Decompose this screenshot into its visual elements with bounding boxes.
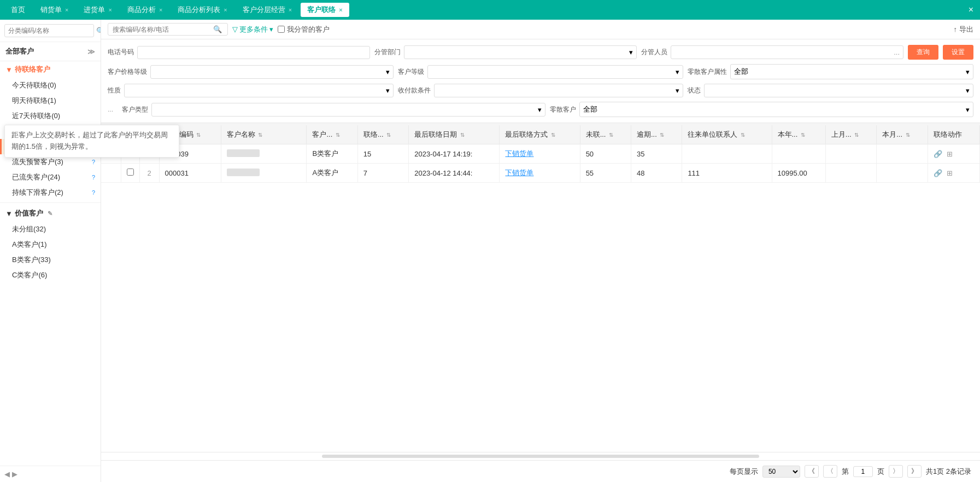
nav-item-analysis-list[interactable]: 商品分析列表 × [171,3,233,17]
customer-table: ⚙ # 客户编码 ⇅ 客户名称 ⇅ [101,125,980,183]
sidebar-search-icon[interactable]: 🔍 [96,27,101,35]
td-contact-count-2: 7 [357,164,408,183]
payment-select[interactable]: ▾ [434,84,684,97]
sort-contacts-icon[interactable]: ⇅ [741,132,745,138]
sidebar-search-input[interactable] [4,24,94,37]
last-method-link-2[interactable]: 下销货单 [505,169,533,177]
th-this-month[interactable]: 本月... ⇅ [877,125,928,144]
search-input[interactable] [113,26,211,33]
nav-item-purchase[interactable]: 进货单 × [77,3,118,17]
retail-customer-chevron-icon: ▾ [966,106,970,114]
action-menu-icon-2[interactable]: ⊞ [947,169,953,177]
action-link-icon-1[interactable]: 🔗 [934,150,942,158]
next-page-button[interactable]: 〉 [889,465,903,478]
sidebar-item-declining[interactable]: 持续下滑客户(2) ? [0,185,101,200]
sidebar-item-7days-pending[interactable]: 近7天待联络(0) [0,108,101,124]
nav-close-sales[interactable]: × [65,7,68,13]
nav-close-purchase[interactable]: × [108,7,112,13]
sort-uncontacted-icon[interactable]: ⇅ [609,132,613,138]
nav-close-customer-contact[interactable]: × [339,7,342,13]
sort-this-month-icon[interactable]: ⇅ [906,132,910,138]
nav-item-customer-contact[interactable]: 客户联络 × [301,3,349,17]
horizontal-scrollbar[interactable] [322,455,759,458]
export-button[interactable]: ↑ 导出 [954,25,974,34]
sidebar-item-c-class[interactable]: C类客户(6) [0,268,101,283]
th-contact-count[interactable]: 联络... ⇅ [357,125,408,144]
sort-overdue-icon[interactable]: ⇅ [660,132,664,138]
th-last-contact-method[interactable]: 最后联络方式 ⇅ [500,125,580,144]
last-page-button[interactable]: 》 [907,465,922,478]
sort-contact-count-icon[interactable]: ⇅ [386,132,391,138]
th-last-contact-date[interactable]: 最后联络日期 ⇅ [409,125,500,144]
phone-input[interactable] [137,46,370,59]
declining-help-icon[interactable]: ? [92,189,95,196]
sort-last-month-icon[interactable]: ⇅ [854,132,859,138]
nav-close-analysis[interactable]: × [159,7,162,13]
sort-grade-icon[interactable]: ⇅ [336,132,340,138]
first-page-button[interactable]: 《 [805,465,819,478]
dept-select[interactable]: ▾ [404,45,637,59]
sidebar-item-ungroup[interactable]: 未分组(32) [0,222,101,237]
settings-button[interactable]: 设置 [943,45,973,60]
nav-label-analysis: 商品分析 [127,5,156,15]
th-uncontacted[interactable]: 未联... ⇅ [580,125,631,144]
sort-last-method-icon[interactable]: ⇅ [551,132,555,138]
retail-attr-select[interactable]: 全部 ▾ [730,64,973,79]
manager-select[interactable]: ... [671,45,903,59]
td-overdue-1: 35 [631,144,682,164]
sort-last-date-icon[interactable]: ⇅ [460,132,465,138]
customer-grade-select[interactable]: ▾ [427,65,684,79]
nav-item-home[interactable]: 首页 [4,3,32,17]
my-customer-check[interactable] [278,26,285,33]
sidebar-pending-group[interactable]: ▼ 待联络客户 [0,61,101,78]
price-grade-select[interactable]: ▾ [150,65,394,79]
status-select[interactable]: ▾ [704,84,973,97]
action-link-icon-2[interactable]: 🔗 [934,169,942,177]
already-lost-help-icon[interactable]: ? [92,174,95,181]
nav-close-analysis-list[interactable]: × [224,7,227,13]
row-checkbox-2[interactable] [127,169,134,176]
th-this-year[interactable]: 本年... ⇅ [772,125,825,144]
my-customer-checkbox[interactable]: 我分管的客户 [278,25,330,34]
action-menu-icon-1[interactable]: ⊞ [947,150,953,158]
sidebar-scroll-right[interactable]: ▶ [12,470,17,478]
th-name[interactable]: 客户名称 ⇅ [221,125,307,144]
per-page-select[interactable]: 50 100 [762,466,800,478]
sidebar-item-b-class[interactable]: B类客户(33) [0,252,101,268]
page-input[interactable] [853,466,873,477]
sidebar-item-a-class[interactable]: A类客户(1) [0,237,101,252]
table-container: ⚙ # 客户编码 ⇅ 客户名称 ⇅ [101,125,980,452]
prev-page-button[interactable]: 〈 [823,465,837,478]
nav-item-customer-tier[interactable]: 客户分层经营 × [236,3,298,17]
chevron-down-icon: ▾ [269,25,273,33]
nav-close-customer-tier[interactable]: × [289,7,292,13]
toolbar: 🔍 ▽ 更多条件 ▾ 我分管的客户 ↑ 导出 [101,20,980,39]
sidebar-item-already-lost[interactable]: 已流失客户(24) ? [0,170,101,185]
filter-more-button[interactable]: ... [108,106,113,113]
value-group-edit-icon[interactable]: ✎ [48,210,52,217]
lost-warning-help-icon[interactable]: ? [92,159,95,165]
more-filter-button[interactable]: ▽ 更多条件 ▾ [232,25,273,34]
sidebar-collapse-button[interactable]: ≫ [87,48,95,56]
nav-item-analysis[interactable]: 商品分析 × [121,3,169,17]
th-last-month[interactable]: 上月... ⇅ [825,125,876,144]
sort-this-year-icon[interactable]: ⇅ [801,132,805,138]
sidebar-item-today-pending[interactable]: 今天待联络(0) [0,78,101,93]
nav-item-sales[interactable]: 销货单 × [34,3,75,17]
customer-type-select[interactable]: ▾ [151,103,545,117]
th-overdue[interactable]: 逾期... ⇅ [631,125,682,144]
retail-customer-select[interactable]: 全部 ▾ [579,102,973,117]
close-all-tabs-button[interactable]: × [969,5,973,15]
sidebar-scroll-left[interactable]: ◀ [4,470,10,478]
last-method-link-1[interactable]: 下销货单 [505,149,533,158]
th-grade[interactable]: 客户... ⇅ [307,125,357,144]
sidebar-value-group[interactable]: ▼ 价值客户 ✎ [0,205,101,222]
sort-code-icon[interactable]: ⇅ [196,132,201,138]
th-contacts[interactable]: 往来单位联系人 ⇅ [682,125,772,144]
sort-name-icon[interactable]: ⇅ [258,132,262,138]
search-icon[interactable]: 🔍 [213,25,222,33]
gender-select[interactable]: ▾ [124,84,394,97]
manager-more-icon[interactable]: ... [894,48,900,56]
query-button[interactable]: 查询 [908,45,938,60]
sidebar-item-tomorrow-pending[interactable]: 明天待联络(1) [0,93,101,108]
